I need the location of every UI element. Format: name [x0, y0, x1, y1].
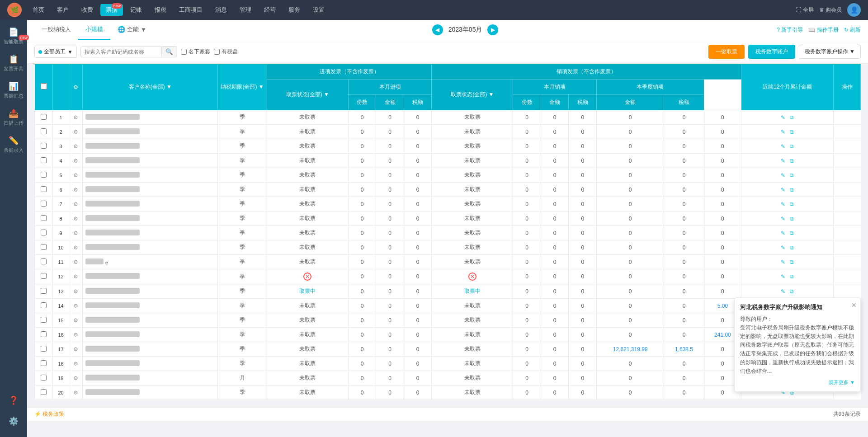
- copy-icon[interactable]: ⧉: [790, 230, 794, 236]
- row-settings-icon[interactable]: ⚙: [69, 226, 83, 240]
- copy-icon[interactable]: ⧉: [790, 273, 794, 280]
- edit-icon[interactable]: ✎: [781, 114, 785, 121]
- row-checkbox[interactable]: [41, 360, 47, 366]
- refresh-btn[interactable]: ↻ 刷新: [844, 26, 861, 34]
- notification-expand[interactable]: 展开更多 ▼: [740, 379, 855, 386]
- nav-message[interactable]: 消息: [210, 4, 232, 16]
- tax-digital-ops-btn[interactable]: 税务数字账户操作 ▼: [799, 45, 861, 59]
- edit-icon[interactable]: ✎: [781, 172, 785, 179]
- row-checkbox[interactable]: [41, 186, 47, 192]
- row-settings-icon[interactable]: ⚙: [69, 240, 83, 255]
- has-tax-disc-input[interactable]: [214, 49, 220, 55]
- header-in-status[interactable]: 取票状态(全部) ▼: [267, 80, 348, 110]
- copy-icon[interactable]: ⧉: [790, 187, 794, 193]
- nav-invoice[interactable]: 票据 new: [100, 4, 123, 16]
- row-settings-icon[interactable]: ⚙: [69, 255, 83, 269]
- row-settings-icon[interactable]: ⚙: [69, 154, 83, 168]
- nav-management[interactable]: 管理: [234, 4, 257, 16]
- copy-icon[interactable]: ⧉: [790, 129, 794, 135]
- tab-small-scale[interactable]: 小规模: [78, 20, 110, 40]
- nav-accounting[interactable]: 记账: [125, 4, 147, 16]
- row-checkbox[interactable]: [41, 230, 47, 235]
- sidebar-item-smart-fetch[interactable]: 📄 智能取票 new: [1, 23, 26, 49]
- header-out-status[interactable]: 取票状态(全部) ▼: [432, 80, 513, 110]
- row-checkbox[interactable]: [41, 114, 47, 120]
- user-avatar[interactable]: 👤: [847, 3, 861, 17]
- row-checkbox[interactable]: [41, 258, 47, 264]
- copy-icon[interactable]: ⧉: [790, 288, 794, 295]
- sidebar-item-help[interactable]: ❓: [1, 392, 26, 409]
- edit-icon[interactable]: ✎: [781, 230, 785, 236]
- tab-general-taxpayer[interactable]: 一般纳税人: [34, 20, 78, 40]
- sidebar-item-issue[interactable]: 📋 发票开具: [1, 51, 26, 76]
- row-settings-icon[interactable]: ⚙: [69, 328, 83, 342]
- edit-icon[interactable]: ✎: [781, 259, 785, 265]
- nav-operation[interactable]: 经营: [259, 4, 281, 16]
- under-account-checkbox[interactable]: 名下账套: [181, 48, 210, 56]
- membership-btn[interactable]: ♛ 购会员: [819, 6, 842, 14]
- row-checkbox[interactable]: [41, 288, 47, 294]
- one-key-fetch-btn[interactable]: 一键取票: [708, 45, 745, 59]
- copy-icon[interactable]: ⧉: [790, 201, 794, 207]
- edit-icon[interactable]: ✎: [781, 129, 785, 135]
- row-checkbox[interactable]: [41, 375, 47, 381]
- row-settings-icon[interactable]: ⚙: [69, 357, 83, 371]
- header-customer-name[interactable]: 客户名称(全部) ▼: [83, 64, 218, 110]
- search-button[interactable]: 🔍: [162, 46, 177, 57]
- nav-tax[interactable]: 报税: [149, 4, 172, 16]
- has-tax-disc-checkbox[interactable]: 有税盘: [214, 48, 238, 56]
- fullscreen-btn[interactable]: ⛶ 全屏: [796, 6, 813, 14]
- sidebar-item-entry[interactable]: ✏️ 票据录入: [1, 132, 26, 157]
- row-checkbox[interactable]: [41, 273, 47, 279]
- edit-icon[interactable]: ✎: [781, 201, 785, 207]
- copy-icon[interactable]: ⧉: [790, 259, 794, 265]
- sidebar-item-settings[interactable]: ⚙️: [1, 413, 26, 430]
- row-checkbox[interactable]: [41, 157, 47, 163]
- row-checkbox[interactable]: [41, 143, 47, 149]
- sidebar-item-summary[interactable]: 📊 票据汇总: [1, 78, 26, 103]
- nav-settings[interactable]: 设置: [307, 4, 330, 16]
- notification-close-btn[interactable]: ✕: [851, 301, 857, 309]
- row-settings-icon[interactable]: ⚙: [69, 299, 83, 313]
- row-settings-icon[interactable]: ⚙: [69, 371, 83, 385]
- copy-icon[interactable]: ⧉: [790, 114, 794, 121]
- copy-icon[interactable]: ⧉: [790, 244, 794, 251]
- manual-btn[interactable]: 📖 操作手册: [808, 26, 838, 34]
- edit-icon[interactable]: ✎: [781, 216, 785, 222]
- row-settings-icon[interactable]: ⚙: [69, 313, 83, 328]
- copy-icon[interactable]: ⧉: [790, 216, 794, 222]
- row-checkbox[interactable]: [41, 172, 47, 178]
- row-settings-icon[interactable]: ⚙: [69, 211, 83, 226]
- under-account-input[interactable]: [181, 49, 187, 55]
- row-settings-icon[interactable]: ⚙: [69, 125, 83, 139]
- tax-digital-account-btn[interactable]: 税务数字账户: [748, 45, 795, 59]
- row-checkbox[interactable]: [41, 201, 47, 207]
- edit-icon[interactable]: ✎: [781, 143, 785, 150]
- tab-all[interactable]: 🌐 全能 ▼: [110, 20, 154, 40]
- copy-icon[interactable]: ⧉: [790, 143, 794, 150]
- nav-fee[interactable]: 收费: [76, 4, 99, 16]
- row-settings-icon[interactable]: ⚙: [69, 197, 83, 211]
- edit-icon[interactable]: ✎: [781, 273, 785, 280]
- new-guide-btn[interactable]: ? 新手引导: [777, 26, 803, 34]
- edit-icon[interactable]: ✎: [781, 288, 785, 295]
- copy-icon[interactable]: ⧉: [790, 172, 794, 179]
- row-settings-icon[interactable]: ⚙: [69, 183, 83, 197]
- row-settings-icon[interactable]: ⚙: [69, 139, 83, 154]
- staff-filter[interactable]: 全部员工 ▼: [34, 46, 77, 58]
- row-checkbox[interactable]: [41, 215, 47, 221]
- edit-icon[interactable]: ✎: [781, 244, 785, 251]
- edit-icon[interactable]: ✎: [781, 158, 785, 164]
- row-checkbox[interactable]: [41, 302, 47, 308]
- row-settings-icon[interactable]: ⚙: [69, 385, 83, 400]
- row-settings-icon[interactable]: ⚙: [69, 110, 83, 125]
- edit-icon[interactable]: ✎: [781, 187, 785, 193]
- nav-customer[interactable]: 客户: [52, 4, 74, 16]
- row-settings-icon[interactable]: ⚙: [69, 342, 83, 357]
- row-checkbox[interactable]: [41, 331, 47, 337]
- row-settings-icon[interactable]: ⚙: [69, 269, 83, 284]
- sidebar-item-upload[interactable]: 📤 扫描上传: [1, 105, 26, 130]
- prev-month-btn[interactable]: ◀: [432, 24, 443, 35]
- search-input[interactable]: [80, 47, 162, 57]
- header-tax-period[interactable]: 纳税期限(全部) ▼: [218, 64, 267, 110]
